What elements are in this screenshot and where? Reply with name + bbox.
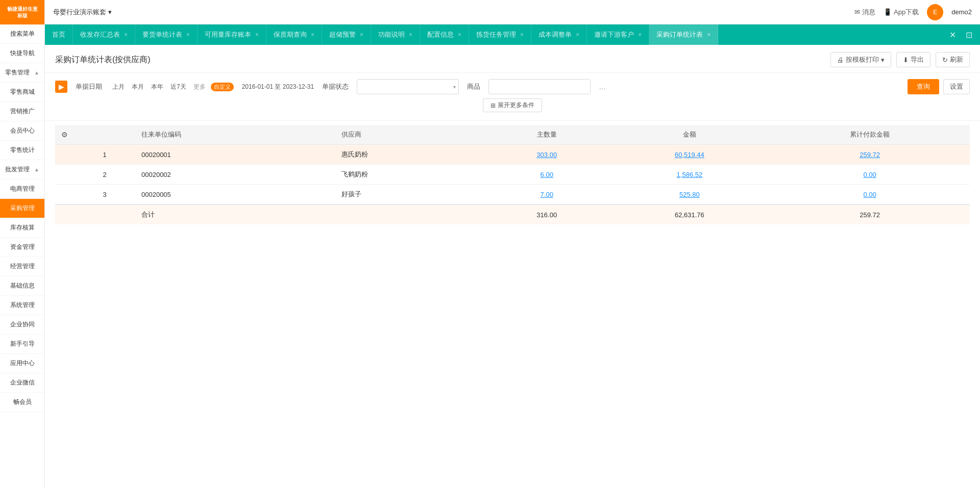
tab-maximize-btn[interactable]: ⊡ <box>962 28 976 42</box>
sidebar-item-ecommerce[interactable]: 电商管理 <box>0 179 44 199</box>
tab-close-cost-adjust[interactable]: × <box>576 31 579 38</box>
sidebar-item-marketing[interactable]: 营销推广 <box>0 102 44 121</box>
expand-row: ⊞ 展开更多条件 <box>55 94 970 116</box>
row-paid-amount[interactable]: 0.00 <box>770 165 970 185</box>
message-icon: ✉ <box>854 8 860 16</box>
tab-close-pick-task[interactable]: × <box>520 31 524 38</box>
tab-config-info[interactable]: 配置信息× <box>420 24 469 45</box>
tab-expiry-query[interactable]: 保质期查询× <box>266 24 322 45</box>
tabbar: 首页收发存汇总表×要货单统计表×可用量库存账本×保质期查询×超储预警×功能说明×… <box>45 24 980 45</box>
table-container: ⚙ 往来单位编码 供应商 主数量 金额 累计付款金额 100020001惠氏奶粉… <box>45 121 980 488</box>
date-custom-badge[interactable]: 自定义 <box>211 83 234 91</box>
sidebar-item-members[interactable]: 会员中心 <box>0 121 44 141</box>
row-paid-amount[interactable]: 259.72 <box>770 145 970 165</box>
logo-text: 畅捷通好生意 <box>7 6 38 12</box>
tab-close-config-info[interactable]: × <box>458 31 461 38</box>
row-paid-amount[interactable]: 0.00 <box>770 185 970 205</box>
tab-close-feature-desc[interactable]: × <box>409 31 412 38</box>
tab-label-cost-adjust: 成本调整单 <box>538 30 572 39</box>
tab-receive-summary[interactable]: 收发存汇总表× <box>73 24 135 45</box>
sidebar-item-enterprise[interactable]: 企业协同 <box>0 315 44 335</box>
goods-input[interactable] <box>488 79 591 94</box>
date-this-year[interactable]: 本年 <box>149 82 165 92</box>
sidebar-item-retail[interactable]: 零售管理▲ <box>0 63 44 83</box>
sidebar-item-basic-info[interactable]: 基础信息 <box>0 276 44 296</box>
date-this-month[interactable]: 本月 <box>130 82 146 92</box>
sidebar-item-new-guide[interactable]: 新手引导 <box>0 335 44 354</box>
settings-icon: ⚙ <box>61 131 68 139</box>
tab-label-goods-summary: 要货单统计表 <box>142 30 182 39</box>
sidebar-item-label-retail-mall: 零售商城 <box>10 88 35 96</box>
status-select-wrapper: ▾ <box>357 79 459 94</box>
sidebar-item-quicknav[interactable]: 快捷导航 <box>0 44 44 63</box>
page-actions: 🖨 按模板打印 ▾ ⬇ 导出 ↻ 刷新 <box>830 52 970 67</box>
sidebar-item-vip[interactable]: 畅会员 <box>0 393 44 412</box>
row-amount[interactable]: 1,586.52 <box>609 165 770 185</box>
tab-close-purchase-summary[interactable]: × <box>707 31 710 38</box>
tab-close-invite-downstream[interactable]: × <box>638 31 642 38</box>
row-quantity[interactable]: 7.00 <box>484 185 609 205</box>
refresh-btn[interactable]: ↻ 刷新 <box>936 52 970 67</box>
tab-feature-desc[interactable]: 功能说明× <box>371 24 420 45</box>
sidebar-arrow-retail: ▲ <box>34 70 39 75</box>
filter-toggle-btn[interactable]: ▶ <box>55 81 67 93</box>
col-header-settings[interactable]: ⚙ <box>55 125 74 145</box>
sidebar-item-purchase[interactable]: 采购管理 <box>0 199 44 218</box>
app-logo: 畅捷通好生意 标版 <box>0 0 44 24</box>
row-quantity[interactable]: 6.00 <box>484 165 609 185</box>
tab-close-btn[interactable]: ✕ <box>945 28 960 42</box>
page-header: 采购订单统计表(按供应商) 🖨 按模板打印 ▾ ⬇ 导出 ↻ 刷新 <box>45 45 980 73</box>
row-supplier-name: 飞鹤奶粉 <box>335 165 484 185</box>
tab-close-receive-summary[interactable]: × <box>124 31 128 38</box>
row-amount[interactable]: 60,519.44 <box>609 145 770 165</box>
sidebar-item-system[interactable]: 系统管理 <box>0 296 44 315</box>
tab-close-goods-summary[interactable]: × <box>186 31 190 38</box>
query-btn[interactable]: 查询 <box>908 79 939 94</box>
tab-cost-adjust[interactable]: 成本调整单× <box>531 24 587 45</box>
sidebar-item-label-ecommerce: 电商管理 <box>10 185 35 193</box>
expand-conditions-btn[interactable]: ⊞ 展开更多条件 <box>483 98 542 112</box>
sidebar-item-retail-mall[interactable]: 零售商城 <box>0 83 44 102</box>
settings-btn[interactable]: 设置 <box>943 79 970 94</box>
table-row: 100020001惠氏奶粉303.0060,519.44259.72 <box>55 145 970 165</box>
row-quantity[interactable]: 303.00 <box>484 145 609 165</box>
tab-pick-task[interactable]: 拣货任务管理× <box>469 24 531 45</box>
row-index: 3 <box>74 185 135 205</box>
row-amount[interactable]: 525.80 <box>609 185 770 205</box>
goods-more-icon[interactable]: … <box>599 83 606 91</box>
sidebar-item-label-retail: 零售管理 <box>5 68 30 77</box>
sidebar-item-search[interactable]: 搜索菜单 <box>0 24 44 44</box>
footer-empty1 <box>55 204 74 224</box>
export-btn[interactable]: ⬇ 导出 <box>896 52 930 67</box>
sidebar-item-enterprise-wechat[interactable]: 企业微信 <box>0 373 44 393</box>
sidebar-item-finance[interactable]: 资金管理 <box>0 238 44 257</box>
sidebar-item-retail-stats[interactable]: 零售统计 <box>0 141 44 160</box>
sidebar-item-inventory[interactable]: 库存核算 <box>0 218 44 238</box>
tab-goods-summary[interactable]: 要货单统计表× <box>135 24 198 45</box>
sidebar-item-wholesale[interactable]: 批发管理▲ <box>0 160 44 179</box>
tab-invite-downstream[interactable]: 邀请下游客户× <box>587 24 649 45</box>
tab-label-invite-downstream: 邀请下游客户 <box>594 30 634 39</box>
print-dropdown-icon: ▾ <box>881 56 885 64</box>
tab-close-overstock-warning[interactable]: × <box>360 31 363 38</box>
sidebar-item-app-center[interactable]: 应用中心 <box>0 354 44 373</box>
sidebar-item-operations[interactable]: 经营管理 <box>0 257 44 276</box>
date-more[interactable]: 更多 <box>191 82 208 92</box>
tab-close-inventory-ledger[interactable]: × <box>255 31 259 38</box>
col-header-amount: 金额 <box>609 125 770 145</box>
user-avatar[interactable]: E <box>927 4 943 20</box>
app-download-btn[interactable]: 📱 App下载 <box>884 8 919 17</box>
tab-close-expiry-query[interactable]: × <box>311 31 314 38</box>
tab-inventory-ledger[interactable]: 可用量库存账本× <box>198 24 266 45</box>
status-select[interactable] <box>357 79 459 94</box>
tab-label-expiry-query: 保质期查询 <box>274 30 307 39</box>
tab-overstock-warning[interactable]: 超储预警× <box>322 24 371 45</box>
date-last-month[interactable]: 上月 <box>110 82 127 92</box>
workspace-dropdown[interactable]: 母婴行业演示账套 ▾ <box>53 8 112 17</box>
tab-home[interactable]: 首页 <box>45 24 73 45</box>
date-last7[interactable]: 近7天 <box>168 82 188 92</box>
expand-label: 展开更多条件 <box>498 101 534 110</box>
tab-purchase-summary[interactable]: 采购订单统计表× <box>649 24 718 45</box>
message-btn[interactable]: ✉ 消息 <box>854 8 875 17</box>
print-btn[interactable]: 🖨 按模板打印 ▾ <box>830 52 891 67</box>
